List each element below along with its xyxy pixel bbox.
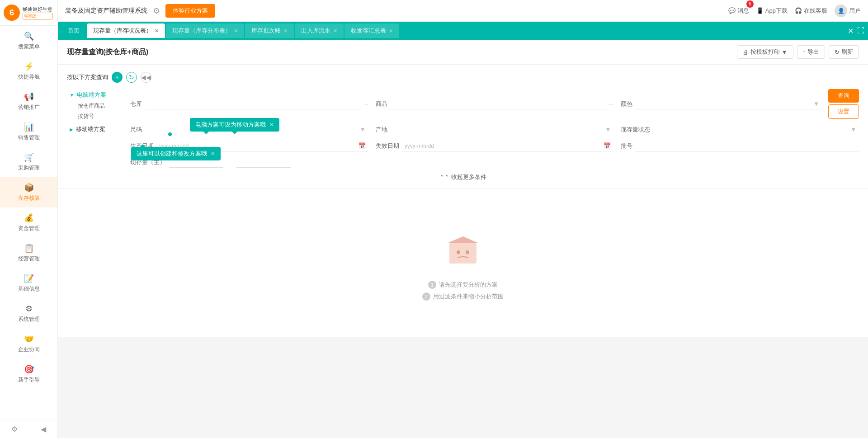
- empty-illustration: [440, 225, 486, 272]
- tooltip2-close[interactable]: ✕: [211, 151, 215, 157]
- expire-date-placeholder: yyyy-mm-dd: [405, 143, 434, 149]
- sidebar-item-sales[interactable]: 📊 销售管理: [0, 117, 57, 147]
- filter-arrow-btn[interactable]: ◀◀: [141, 72, 151, 83]
- filter-add-btn[interactable]: +: [112, 72, 123, 83]
- topbar-right: 💬 消息 6 📱 App下载 🎧 在线客服 👤 用户: [728, 5, 861, 17]
- user-label: 用户: [849, 7, 861, 15]
- tab-recv-summary-close[interactable]: ✕: [389, 28, 393, 34]
- warehouse-dots[interactable]: ···: [363, 101, 368, 108]
- support-label: 在线客服: [804, 7, 827, 15]
- collapse-sidebar-icon[interactable]: ◀: [41, 425, 46, 433]
- tab-recv-summary-label: 收发存汇总表: [351, 27, 386, 35]
- product-dots[interactable]: ···: [609, 101, 613, 108]
- tab-batch-ledger[interactable]: 库存批次账 ✕: [245, 24, 294, 38]
- sidebar-item-inventory[interactable]: 📦 库存核算: [0, 177, 57, 207]
- search-btn[interactable]: 查询: [828, 89, 859, 103]
- tab-stock-dist-close[interactable]: ✕: [234, 28, 238, 34]
- filter-refresh-btn[interactable]: ↻: [126, 72, 137, 83]
- mobile-scheme-header[interactable]: ▶ 移动端方案: [67, 123, 130, 135]
- print-template-btn[interactable]: 🖨 按模板打印 ▼: [737, 45, 793, 59]
- empty-svg: [440, 225, 486, 270]
- sidebar-item-system[interactable]: ⚙ 系统管理: [0, 298, 57, 329]
- expire-date-wrap[interactable]: yyyy-mm-dd 📅: [402, 141, 614, 151]
- sidebar-label-guide: 新手引导: [18, 376, 40, 384]
- tab-batch-ledger-close[interactable]: ✕: [283, 28, 288, 34]
- avatar: 👤: [835, 5, 847, 17]
- sidebar-item-marketing[interactable]: 📢 营销推广: [0, 86, 57, 117]
- reset-btn[interactable]: 设置: [828, 104, 859, 119]
- sidebar-item-basic[interactable]: 📝 基础信息: [0, 268, 57, 298]
- stock-status-input-wrap[interactable]: ▼: [653, 124, 859, 135]
- tab-stock-status[interactable]: 现存量（库存状况表） ✕: [87, 24, 165, 38]
- mobile-scheme-label: 移动端方案: [76, 125, 105, 133]
- user-item[interactable]: 👤 用户: [835, 5, 861, 17]
- tab-batch-ledger-label: 库存批次账: [251, 27, 281, 35]
- topbar-settings-icon[interactable]: ⚙: [153, 6, 160, 16]
- message-icon: 💬: [728, 7, 736, 14]
- svg-marker-1: [447, 236, 479, 243]
- sales-icon: 📊: [24, 122, 34, 132]
- export-btn[interactable]: ↑ 导出: [797, 45, 826, 59]
- tab-stock-flow[interactable]: 出入库流水 ✕: [295, 24, 344, 38]
- guide-icon: 🎯: [24, 364, 34, 374]
- tab-stock-status-close[interactable]: ✕: [155, 28, 159, 34]
- app-download-item[interactable]: 📱 App下载: [756, 7, 788, 15]
- batch-input[interactable]: [635, 141, 859, 151]
- trial-btn[interactable]: 体验行业方案: [165, 4, 215, 18]
- scheme-item-goods[interactable]: 按货号: [67, 111, 130, 122]
- refresh-btn[interactable]: ↻ 刷新: [829, 45, 859, 59]
- desktop-scheme-header[interactable]: ▼ 电脑端方案: [67, 89, 130, 101]
- sidebar-item-purchase[interactable]: 🛒 采购管理: [0, 147, 57, 177]
- product-input[interactable]: [390, 99, 606, 109]
- tooltip-desktop-scheme: 电脑方案可设为移动方案哦 ✕: [190, 118, 279, 132]
- tab-controls: ✕ ⛶: [848, 27, 864, 35]
- svg-rect-0: [449, 243, 476, 264]
- origin-input-wrap[interactable]: ▼: [390, 124, 614, 135]
- tab-stock-flow-close[interactable]: ✕: [333, 28, 337, 34]
- sidebar-item-quicknav[interactable]: ⚡ 快捷导航: [0, 56, 57, 86]
- step2-text: 用过滤条件来缩小分析范围: [433, 292, 504, 301]
- scheme-item-warehouse[interactable]: 按仓库商品: [67, 101, 130, 111]
- tab-fullscreen-icon[interactable]: ⛶: [857, 27, 864, 35]
- settings-bottom-icon[interactable]: ⚙: [11, 425, 18, 433]
- sidebar-item-finance[interactable]: 💰 资金管理: [0, 207, 57, 238]
- collapse-bar: ⌃⌃ 收起更多条件: [67, 168, 859, 181]
- sidebar-item-operations[interactable]: 📋 经营管理: [0, 238, 57, 268]
- online-support-item[interactable]: 🎧 在线客服: [795, 7, 827, 15]
- sidebar-nav: 🔍 搜索菜单 ⚡ 快捷导航 📢 营销推广 📊 销售管理 🛒 采购管理 📦 库存核…: [0, 26, 57, 420]
- step2-num: 2: [422, 292, 430, 301]
- notification-item[interactable]: 💬 消息 6: [728, 7, 749, 15]
- expire-date-field: 失效日期 yyyy-mm-dd 📅: [376, 141, 614, 151]
- tooltip2-text: 这里可以创建和修改方案哦: [137, 150, 207, 158]
- tab-close-all-icon[interactable]: ✕: [848, 27, 854, 35]
- color-field: 颜色 ▼ 查询 设置: [621, 89, 859, 119]
- logo-area: 6 畅通道好生意 标准版: [0, 0, 57, 26]
- warehouse-input[interactable]: [145, 99, 361, 109]
- sidebar-label-system: 系统管理: [18, 316, 40, 323]
- sidebar-item-enterprise[interactable]: 🤝 企业协同: [0, 329, 57, 359]
- quick-nav-icon: ⚡: [24, 61, 34, 71]
- empty-state: 1 请先选择要分析的方案 2 用过滤条件来缩小分析范围: [58, 189, 868, 337]
- sidebar-item-search[interactable]: 🔍 搜索菜单: [0, 26, 57, 56]
- desktop-expand-icon: ▼: [70, 93, 74, 98]
- system-icon: ⚙: [25, 304, 33, 314]
- inventory-max-input[interactable]: [236, 157, 291, 168]
- svg-point-2: [457, 250, 460, 254]
- tooltip1-close[interactable]: ✕: [269, 122, 274, 128]
- app-label: App下载: [765, 7, 788, 15]
- sidebar-item-guide[interactable]: 🎯 新手引导: [0, 359, 57, 389]
- page-content: 现存量查询(按仓库+商品) 🖨 按模板打印 ▼ ↑ 导出 ↻ 刷新: [58, 40, 868, 438]
- tab-home[interactable]: 首页: [61, 24, 86, 38]
- tab-recv-summary[interactable]: 收发存汇总表 ✕: [344, 24, 399, 38]
- inventory-row: 现存量（主） —: [130, 157, 859, 168]
- tab-stock-dist[interactable]: 现存量（库存分布表） ✕: [166, 24, 244, 38]
- inventory-dash: —: [227, 159, 233, 166]
- logo-text: 畅通道好生意: [23, 6, 52, 12]
- system-title: 装备及固定资产辅助管理系统: [65, 7, 147, 15]
- origin-label: 产地: [376, 126, 387, 134]
- operations-icon: 📋: [24, 243, 34, 253]
- collapse-btn[interactable]: ⌃⌃ 收起更多条件: [439, 173, 486, 181]
- print-icon: 🖨: [743, 49, 749, 56]
- sidebar-label-quicknav: 快捷导航: [18, 73, 40, 81]
- color-input-wrap[interactable]: ▼: [635, 99, 822, 109]
